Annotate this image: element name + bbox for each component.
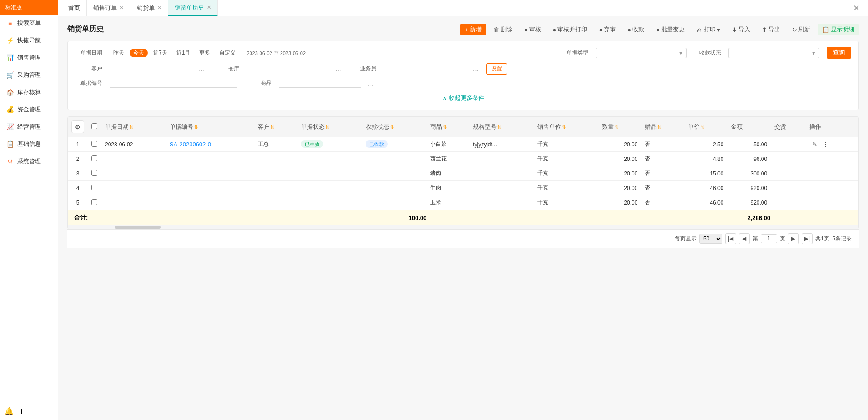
sort-spec[interactable]: 规格型号 ⇅: [473, 123, 530, 131]
sidebar-item-search-menu[interactable]: ≡ 搜索菜单: [0, 15, 58, 32]
cell-qty: 20.00: [598, 137, 642, 152]
date-chip-7days[interactable]: 近7天: [150, 49, 171, 57]
sort-icon-doc-status: ⇅: [326, 125, 329, 130]
tab-home[interactable]: 首页: [62, 0, 87, 16]
tab-close-all[interactable]: ✕: [848, 3, 864, 13]
toolbar: + 新增 🗑 删除 ● 审核 ● 审核并打印 ● 弃审: [460, 24, 859, 35]
per-page-select[interactable]: 50 100 200: [699, 234, 722, 244]
sort-icon-gift: ⇅: [657, 125, 661, 130]
doc-type-select[interactable]: ▾: [596, 48, 687, 58]
collect-button[interactable]: ● 收款: [623, 24, 649, 35]
table-row: 12023-06-02SA-20230602-0王总已生效已收款小白菜tyjyj…: [68, 137, 858, 152]
sort-doc-no[interactable]: 单据编号 ⇅: [170, 123, 251, 131]
sort-icon-payment-status: ⇅: [390, 125, 394, 130]
th-settings: ⚙: [68, 117, 88, 137]
staff-dots[interactable]: ...: [473, 65, 479, 73]
tab-sales-goods[interactable]: 销货单 ✕: [130, 0, 168, 16]
cell-gift: 否: [641, 137, 684, 152]
date-chip-today[interactable]: 今天: [130, 49, 148, 57]
sidebar: 标准版 ≡ 搜索菜单 ⚡ 快捷导航 📊 销售管理 🛒 采购管理 🏠 库存核算 💰…: [0, 0, 58, 420]
customer-dots[interactable]: ...: [199, 65, 205, 73]
pag-last-btn[interactable]: ▶|: [802, 233, 813, 244]
sort-gift[interactable]: 赠品 ⇅: [645, 123, 681, 131]
doc-no-input[interactable]: [110, 79, 237, 88]
sort-goods[interactable]: 商品 ⇅: [430, 123, 466, 131]
refresh-button[interactable]: ↻ 刷新: [788, 24, 815, 35]
tab-sales-goods-close[interactable]: ✕: [157, 5, 161, 11]
date-chip-1month[interactable]: 近1月: [173, 49, 194, 57]
add-button[interactable]: + 新增: [460, 24, 486, 35]
abandon-button[interactable]: ● 弃审: [594, 24, 620, 35]
settings-button[interactable]: 设置: [486, 63, 507, 75]
warehouse-dots[interactable]: ...: [336, 65, 341, 73]
sidebar-item-purchase[interactable]: 🛒 采购管理: [0, 66, 58, 84]
cell-row-num: 2: [68, 152, 88, 166]
sidebar-item-sales[interactable]: 📊 销售管理: [0, 49, 58, 66]
sidebar-item-finance[interactable]: 💰 资金管理: [0, 101, 58, 118]
table-settings-icon[interactable]: ⚙: [71, 120, 84, 133]
cell-amount: 50.00: [727, 137, 771, 152]
customer-input[interactable]: [110, 65, 191, 73]
customer-label: 客户: [75, 65, 102, 73]
select-all-checkbox[interactable]: [91, 123, 97, 129]
sort-qty[interactable]: 数量 ⇅: [602, 123, 638, 131]
goods-input[interactable]: [279, 79, 361, 88]
sidebar-item-inventory[interactable]: 🏠 库存核算: [0, 84, 58, 101]
cell-trade: [771, 152, 805, 166]
date-chip-custom[interactable]: 自定义: [216, 49, 239, 57]
warehouse-input[interactable]: [246, 65, 328, 73]
payment-status-select[interactable]: ▾: [728, 48, 819, 58]
pag-next-btn[interactable]: ▶: [788, 233, 799, 244]
sidebar-item-label: 库存核算: [17, 88, 41, 96]
sort-doc-date[interactable]: 单据日期 ⇅: [105, 123, 162, 131]
sort-unit[interactable]: 销售单位 ⇅: [537, 123, 595, 131]
doc-no-link[interactable]: SA-20230602-0: [170, 141, 211, 148]
tab-sales-history[interactable]: 销货单历史 ✕: [168, 0, 218, 16]
show-details-button[interactable]: 📋 显示明细: [818, 24, 859, 35]
collapse-btn[interactable]: ∧ 收起更多条件: [75, 92, 851, 104]
table-row: 3猪肉千克20.00否15.00300.00: [68, 166, 858, 181]
row-checkbox[interactable]: [91, 170, 97, 176]
export-button[interactable]: ⬆ 导出: [758, 24, 785, 35]
sidebar-item-quick-nav[interactable]: ⚡ 快捷导航: [0, 32, 58, 49]
pag-prev-btn[interactable]: ◀: [739, 233, 750, 244]
pag-first-btn[interactable]: |◀: [725, 233, 736, 244]
action-edit[interactable]: ✎: [809, 140, 820, 149]
sidebar-item-operations[interactable]: 📈 经营管理: [0, 118, 58, 135]
tab-sales-order[interactable]: 销售订单 ✕: [87, 0, 130, 16]
scrollbar-thumb[interactable]: [115, 226, 161, 229]
delete-button[interactable]: 🗑 删除: [489, 24, 517, 35]
row-checkbox[interactable]: [91, 155, 97, 161]
date-chip-more[interactable]: 更多: [196, 49, 214, 57]
tab-sales-order-close[interactable]: ✕: [120, 5, 124, 11]
row-checkbox[interactable]: [91, 185, 97, 190]
th-doc-date: 单据日期 ⇅: [101, 117, 166, 137]
sort-payment-status[interactable]: 收款状态 ⇅: [366, 123, 423, 131]
footer-icon-2[interactable]: ⏸: [17, 407, 25, 415]
staff-input[interactable]: [384, 65, 466, 73]
page-input[interactable]: [761, 234, 777, 243]
batch-change-icon: ●: [656, 26, 660, 33]
system-icon: ⚙: [6, 158, 14, 165]
review-button[interactable]: ● 审核: [520, 24, 546, 35]
print-button[interactable]: 🖨 打印 ▾: [692, 24, 725, 35]
action-more[interactable]: ⋮: [820, 140, 831, 149]
goods-dots[interactable]: ...: [368, 80, 374, 88]
footer-icon-1[interactable]: 🔔: [5, 407, 14, 415]
sidebar-item-system[interactable]: ⚙ 系统管理: [0, 153, 58, 170]
query-button[interactable]: 查询: [827, 47, 851, 59]
import-button[interactable]: ⬇ 导入: [728, 24, 755, 35]
row-checkbox[interactable]: [91, 141, 97, 147]
row-checkbox[interactable]: [91, 199, 97, 205]
th-payment-status: 收款状态 ⇅: [362, 117, 426, 137]
sort-price[interactable]: 单价 ⇅: [688, 123, 724, 131]
batch-change-button[interactable]: ● 批量变更: [652, 24, 689, 35]
tab-sales-history-close[interactable]: ✕: [207, 5, 211, 10]
sort-customer[interactable]: 客户 ⇅: [258, 123, 294, 131]
review-print-button[interactable]: ● 审核并打印: [548, 24, 592, 35]
sort-doc-status[interactable]: 单据状态 ⇅: [301, 123, 358, 131]
date-chip-yesterday[interactable]: 昨天: [110, 49, 128, 57]
cell-trade: [771, 181, 805, 195]
sidebar-item-base-info[interactable]: 📋 基础信息: [0, 135, 58, 153]
cell-payment-status: [362, 195, 426, 210]
